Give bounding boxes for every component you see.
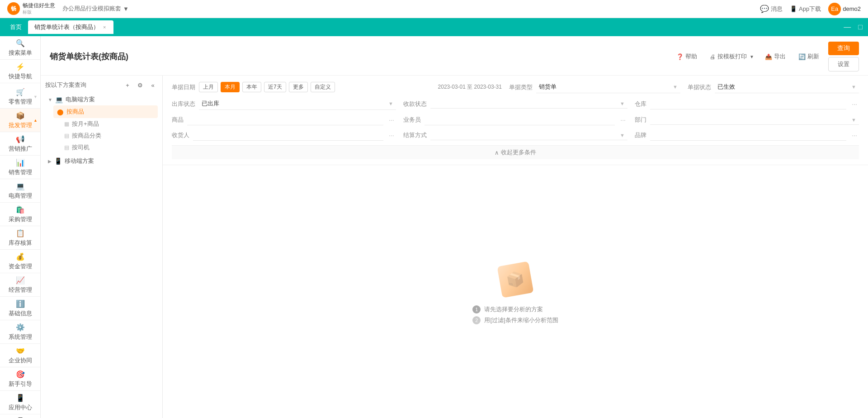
sidebar-item-purchase[interactable]: 🛍️ 采购管理 [0,203,40,226]
settlement-arrow: ▼ [620,133,625,138]
sidebar-label-inventory: 库存核算 [9,239,32,247]
sidebar-item-appcenter[interactable]: 📱 应用中心 [0,391,40,414]
desktop-group-label: 电脑端方案 [66,95,95,104]
settlement-select[interactable]: ▼ [430,131,627,140]
receiver-dots[interactable]: ··· [387,132,396,139]
out-status-select[interactable]: 已出库 ▼ [199,98,396,110]
date-more-btn[interactable]: 更多 [289,82,308,92]
doc-status-value: 已生效 [717,83,735,91]
title-actions: ❓ 帮助 🖨 按模板打印 ▼ 📤 导出 🔄 刷新 查询 [673,42,859,71]
department-arrow: ▼ [851,117,856,123]
filter-form: 单据日期 上月 本月 本年 近7天 更多 自定义 2023-03-01 至 20… [163,76,868,165]
tab-home[interactable]: 首页 [4,20,28,34]
brand-dots[interactable]: ··· [850,132,859,139]
finance-icon: 💰 [16,252,25,261]
payment-status-label: 收款状态 [403,100,427,108]
sidebar-label-search: 搜索菜单 [9,49,32,57]
mobile-group-icon: 📱 [54,157,62,165]
doc-status-arrow: ▼ [851,84,856,90]
sidebar-item-marketing[interactable]: 📢 营销推广 [0,132,40,156]
tree-node-by-month-product[interactable]: ▦ 按月+商品 [61,118,158,130]
system-icon: ⚙️ [16,323,25,332]
empty-hints: 1 请先选择要分析的方案 2 用[过滤]条件来缩小分析范围 [472,305,558,324]
tree-group-desktop: ▼ 💻 电脑端方案 ⬤ 按商品 ▦ 按月+商品 [45,94,158,153]
print-btn[interactable]: 🖨 按模板打印 ▼ [706,51,756,62]
filter-field-product: 商品 ··· [172,114,396,125]
help-btn[interactable]: ❓ 帮助 [673,51,701,62]
sidebar-item-finance[interactable]: 💰 资金管理 [0,250,40,273]
filter-row-1: 单据日期 上月 本月 本年 近7天 更多 自定义 2023-03-01 至 20… [172,81,859,93]
warehouse-dots[interactable]: ··· [850,100,859,108]
receiver-input[interactable] [193,130,383,141]
sidebar-item-system[interactable]: ⚙️ 系统管理 [0,320,40,344]
brand-input[interactable] [650,130,846,141]
date-this-year-btn[interactable]: 本年 [242,82,261,92]
query-button[interactable]: 查询 [828,42,859,55]
workspace-selector[interactable]: 办公用品行业模拟账套 ▼ [59,3,132,14]
tab-maximize-btn[interactable]: □ [856,21,864,33]
newuser-icon: 🎯 [16,370,25,379]
message-action[interactable]: 💬 消息 [760,5,783,13]
salesperson-dots[interactable]: ··· [618,116,627,124]
tree-group-desktop-header[interactable]: ▼ 💻 电脑端方案 [45,94,158,105]
tab-active[interactable]: 销货单统计表（按商品） × [28,20,113,34]
tree-group-mobile-header[interactable]: ▶ 📱 移动端方案 [45,155,158,167]
out-status-value: 已出库 [202,100,219,108]
sidebar-item-quicknav[interactable]: ⚡ 快捷导航 [0,60,40,83]
sidebar-item-ecommerce[interactable]: 💻 电商管理 [0,179,40,203]
by-cashier-label: 按司机 [72,143,90,152]
department-select[interactable]: ▼ [650,115,859,125]
sidebar-item-operations[interactable]: 📈 经营管理 [0,273,40,297]
sidebar-item-basic[interactable]: ℹ️ 基础信息 [0,297,40,320]
warehouse-input[interactable] [650,99,846,109]
split-layout: 按以下方案查询 + ⚙ « [41,76,868,418]
payment-status-select[interactable]: ▼ [430,99,627,109]
doc-status-select[interactable]: 已生效 ▼ [715,81,859,93]
doc-type-select[interactable]: 销货单 ▼ [536,81,680,93]
date-last-month-btn[interactable]: 上月 [199,82,218,92]
date-custom-btn[interactable]: 自定义 [311,82,335,92]
sidebar-item-search[interactable]: 🔍 搜索菜单 [0,36,40,60]
date-this-month-btn[interactable]: 本月 [221,82,240,92]
tree-node-by-cashier[interactable]: ▤ 按司机 [61,142,158,153]
doc-type-value: 销货单 [539,83,557,91]
results-area: 1 请先选择要分析的方案 2 用[过滤]条件来缩小分析范围 [163,165,868,418]
settings-button[interactable]: 设置 [828,57,859,71]
logo-area: 畅 畅捷信好生意 标版 [7,2,55,15]
tree-node-by-product[interactable]: ⬤ 按商品 [53,105,158,118]
export-btn[interactable]: 📤 导出 [761,51,789,62]
sidebar-item-enterprise[interactable]: 🤝 企业协同 [0,344,40,367]
sidebar-item-newuser[interactable]: 🎯 新手引导 [0,367,40,391]
sidebar-item-wholesale[interactable]: 📦 批发管理 ▲ [0,109,40,132]
sidebar-label-operations: 经营管理 [9,286,32,294]
tab-close-icon[interactable]: × [102,24,107,30]
sidebar-label-ecommerce: 电商管理 [9,192,32,200]
sidebar-label-retail: 零售管理 [9,98,32,106]
refresh-btn[interactable]: 🔄 刷新 [795,51,823,62]
sidebar-item-retail[interactable]: 🛒 零售管理 ▼ [0,85,40,109]
tree-settings-btn[interactable]: ⚙ [135,80,145,90]
tree-header: 按以下方案查询 + ⚙ « [45,80,158,90]
ecommerce-icon: 💻 [16,182,25,190]
print-icon: 🖨 [710,53,716,60]
tree-add-icon: + [126,82,129,89]
sidebar-item-corpwechat[interactable]: 💬 企业微信 [0,414,40,418]
mobile-group-label: 移动端方案 [65,157,94,165]
product-input[interactable] [187,114,383,125]
product-dots[interactable]: ··· [387,116,396,124]
hint-item-1: 1 请先选择要分析的方案 [472,305,558,314]
app-download-label: App下载 [799,5,821,13]
settlement-label: 结算方式 [403,131,427,139]
collapse-btn[interactable]: ∧ 收起更多条件 [172,145,859,159]
sidebar-label-wholesale: 批发管理 [9,121,32,129]
sidebar-item-sales[interactable]: 📊 销售管理 [0,156,40,179]
user-area[interactable]: Ea demo2 [828,3,861,15]
sidebar-item-inventory[interactable]: 📋 库存核算 [0,226,40,250]
date-last7-btn[interactable]: 近7天 [264,82,286,92]
salesperson-input[interactable] [425,114,615,125]
tree-add-btn[interactable]: + [123,80,132,90]
tab-minimize-btn[interactable]: — [842,21,853,33]
tree-collapse-btn[interactable]: « [148,80,158,90]
tree-node-by-product-category[interactable]: ▤ 按商品分类 [61,130,158,142]
app-download-action[interactable]: 📱 App下载 [790,5,821,13]
